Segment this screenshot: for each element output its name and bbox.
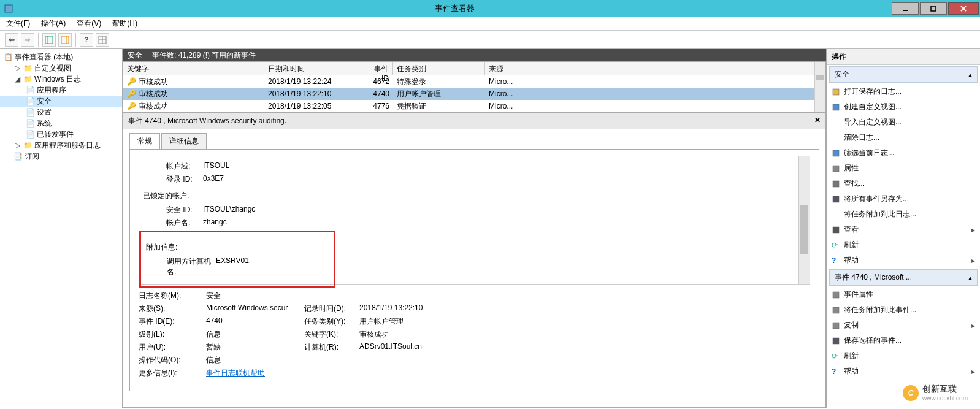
help-icon: ? xyxy=(832,367,841,376)
show-hide-tree-button[interactable] xyxy=(42,33,56,47)
action-item[interactable]: 将任务附加到此日志... xyxy=(827,207,980,222)
action-item[interactable]: ⟳刷新 xyxy=(827,237,980,253)
menu-file[interactable]: 文件(F) xyxy=(6,18,30,29)
log-name-label: 安全 xyxy=(128,50,142,61)
collapse-icon[interactable]: ▴ xyxy=(968,71,972,79)
action-item[interactable]: 事件属性 xyxy=(827,287,980,302)
table-row[interactable]: 🔑审核成功 2018/1/19 13:22:05 4776 凭据验证 Micro… xyxy=(123,100,825,112)
event-list-header: 安全 事件数: 41,289 (!) 可用的新事件 xyxy=(123,49,826,61)
chevron-right-icon: ▸ xyxy=(971,367,975,376)
logon-id-value: 0x3E7 xyxy=(203,174,224,185)
account-domain-label: 帐户域: xyxy=(142,161,203,172)
toolbar-extra-button[interactable] xyxy=(96,33,109,47)
svg-rect-0 xyxy=(5,5,12,12)
tab-general[interactable]: 常规 xyxy=(129,133,160,149)
tree-root[interactable]: 📋事件查看器 (本地) xyxy=(0,52,122,63)
col-datetime[interactable]: 日期和时间 xyxy=(264,62,362,75)
show-hide-action-button[interactable] xyxy=(58,33,72,47)
action-item[interactable]: 导入自定义视图... xyxy=(827,115,980,130)
minimize-button[interactable] xyxy=(892,2,919,15)
col-category[interactable]: 任务类别 xyxy=(393,62,485,75)
additional-info-title: 附加信息: xyxy=(146,242,332,253)
action-item[interactable]: 查找... xyxy=(827,176,980,191)
action-item[interactable]: 复制▸ xyxy=(827,318,980,333)
detail-body: 帐户域:ITSOUL 登录 ID:0x3E7 已锁定的帐户: 安全 ID:ITS… xyxy=(129,149,819,391)
close-button[interactable] xyxy=(948,2,979,15)
svg-rect-18 xyxy=(833,227,839,233)
collapse-icon[interactable]: ◢ xyxy=(13,75,21,83)
action-item[interactable]: 将任务附加到此事件... xyxy=(827,302,980,318)
view-icon xyxy=(832,226,841,234)
action-label: 创建自定义视图... xyxy=(844,102,902,112)
action-item[interactable]: ?帮助▸ xyxy=(827,253,980,268)
action-item[interactable]: 查看▸ xyxy=(827,222,980,237)
action-item[interactable]: 属性 xyxy=(827,161,980,176)
folder-icon: 📁 xyxy=(23,64,32,72)
tree-subscriptions[interactable]: 📑订阅 xyxy=(0,151,122,162)
online-help-link[interactable]: 事件日志联机帮助 xyxy=(206,368,304,378)
grid-icon xyxy=(98,36,107,44)
menu-action[interactable]: 操作(A) xyxy=(41,18,66,29)
chevron-right-icon: ▸ xyxy=(971,321,975,330)
col-keyword[interactable]: 关键字 xyxy=(123,62,264,75)
menu-bar: 文件(F) 操作(A) 查看(V) 帮助(H) xyxy=(0,17,980,31)
action-item[interactable]: 清除日志... xyxy=(827,130,980,145)
action-item[interactable]: 保存选择的事件... xyxy=(827,333,980,348)
arrow-left-icon: ⇦ xyxy=(9,36,15,44)
action-label: 查看 xyxy=(844,224,859,235)
svg-rect-7 xyxy=(61,36,69,44)
action-label: 将任务附加到此事件... xyxy=(844,305,916,315)
log-icon: 📄 xyxy=(26,108,34,117)
tree-application-log[interactable]: 📄应用程序 xyxy=(0,85,122,96)
maximize-button[interactable] xyxy=(920,2,947,15)
event-detail-panel: 事件 4740 , Microsoft Windows security aud… xyxy=(123,113,826,408)
action-label: 刷新 xyxy=(844,351,859,361)
account-name-value: zhangc xyxy=(203,218,227,228)
action-item[interactable]: ⟳刷新 xyxy=(827,348,980,364)
tree-setup-log[interactable]: 📄设置 xyxy=(0,107,122,118)
table-row[interactable]: 🔑审核成功 2018/1/19 13:22:24 4672 特殊登录 Micro… xyxy=(123,75,825,88)
table-scrollbar[interactable] xyxy=(814,62,825,112)
detail-close-button[interactable]: ✕ xyxy=(814,116,821,126)
action-item[interactable]: 将所有事件另存为... xyxy=(827,191,980,207)
detail-scrollbar[interactable] xyxy=(798,156,810,284)
key-icon: 🔑 xyxy=(127,90,136,98)
tree-system-log[interactable]: 📄系统 xyxy=(0,118,122,129)
action-item[interactable]: 打开保存的日志... xyxy=(827,84,980,99)
forward-button[interactable]: ⇨ xyxy=(21,33,34,47)
locked-account-section: 已锁定的帐户: xyxy=(143,191,803,201)
svg-rect-21 xyxy=(833,323,839,329)
action-item[interactable]: 创建自定义视图... xyxy=(827,99,980,115)
arrow-right-icon: ⇨ xyxy=(25,36,31,44)
action-item[interactable]: 筛选当前日志... xyxy=(827,145,980,161)
collapse-icon[interactable]: ▴ xyxy=(968,273,972,282)
account-name-label: 帐户名: xyxy=(142,218,203,228)
svg-rect-15 xyxy=(833,166,839,172)
tree-forwarded-events[interactable]: 📄已转发事件 xyxy=(0,129,122,140)
col-source[interactable]: 来源 xyxy=(485,62,546,75)
back-button[interactable]: ⇦ xyxy=(5,33,18,47)
menu-view[interactable]: 查看(V) xyxy=(77,18,101,29)
actions-pane: 操作 安全▴ 打开保存的日志...创建自定义视图...导入自定义视图...清除日… xyxy=(827,49,980,408)
action-item[interactable]: ?帮助▸ xyxy=(827,364,980,379)
col-eventid[interactable]: 事件 ID xyxy=(362,62,393,75)
expand-icon[interactable]: ▷ xyxy=(13,64,21,72)
svg-rect-5 xyxy=(45,36,53,44)
tree-custom-views[interactable]: ▷📁自定义视图 xyxy=(0,63,122,74)
navigation-tree: 📋事件查看器 (本地) ▷📁自定义视图 ◢📁Windows 日志 📄应用程序 📄… xyxy=(0,49,123,408)
tree-security-log[interactable]: 📄安全 xyxy=(0,96,122,107)
help-toolbar-button[interactable]: ? xyxy=(80,33,93,47)
svg-rect-12 xyxy=(833,89,839,95)
title-bar: 事件查看器 xyxy=(0,0,980,17)
menu-help[interactable]: 帮助(H) xyxy=(112,18,137,29)
table-row[interactable]: 🔑审核成功 2018/1/19 13:22:10 4740 用户帐户管理 Mic… xyxy=(123,88,825,100)
funnel-icon xyxy=(832,103,841,112)
app-icon xyxy=(0,4,17,13)
expand-icon[interactable]: ▷ xyxy=(13,141,21,150)
account-domain-value: ITSOUL xyxy=(203,161,229,172)
action-label: 属性 xyxy=(844,163,859,174)
tab-details[interactable]: 详细信息 xyxy=(161,133,207,149)
tree-windows-logs[interactable]: ◢📁Windows 日志 xyxy=(0,74,122,85)
refresh-icon: ⟳ xyxy=(832,241,841,250)
tree-apps-services-logs[interactable]: ▷📁应用程序和服务日志 xyxy=(0,140,122,151)
